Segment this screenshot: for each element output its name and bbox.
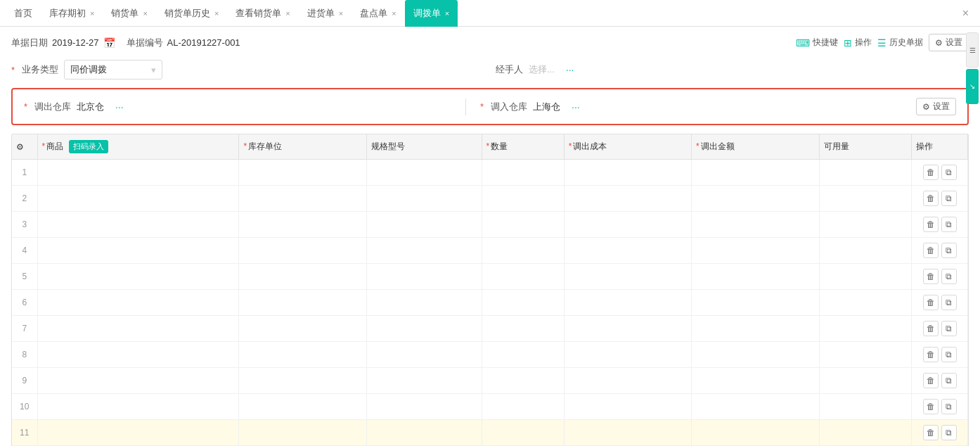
operations-action[interactable]: ⊞ 操作	[844, 37, 872, 49]
cell-amount[interactable]	[692, 368, 819, 394]
cell-cost[interactable]	[564, 186, 691, 212]
cell-spec[interactable]	[366, 290, 482, 316]
scan-btn[interactable]: 扫码录入	[69, 140, 108, 153]
cell-unit[interactable]	[239, 290, 366, 316]
tab-sales-history-close[interactable]: ×	[214, 9, 219, 18]
tab-transfer-order-close[interactable]: ×	[445, 9, 449, 18]
tab-sales-order[interactable]: 销货单 ×	[103, 0, 155, 27]
sidebar-list-btn[interactable]: ☰	[966, 32, 979, 68]
cell-spec[interactable]	[366, 342, 482, 368]
col-settings[interactable]: ⚙	[12, 134, 37, 160]
delete-row-btn[interactable]: 🗑	[923, 165, 939, 180]
cell-product[interactable]	[37, 186, 239, 212]
cell-unit[interactable]	[239, 394, 366, 420]
cell-unit[interactable]	[239, 264, 366, 290]
tab-sales-order-close[interactable]: ×	[143, 9, 147, 18]
delete-row-btn[interactable]: 🗑	[923, 373, 939, 388]
cell-quantity[interactable]	[482, 368, 564, 394]
tab-purchase-order[interactable]: 进货单 ×	[299, 0, 352, 27]
cell-amount[interactable]	[692, 342, 819, 368]
cell-product[interactable]	[37, 160, 239, 186]
delete-row-btn[interactable]: 🗑	[923, 295, 939, 310]
cell-spec[interactable]	[366, 238, 482, 264]
tab-bar-close-btn[interactable]: ×	[957, 7, 974, 20]
cell-product[interactable]	[37, 368, 239, 394]
warehouse-in-ellipsis[interactable]: ···	[572, 101, 580, 113]
cell-quantity[interactable]	[482, 290, 564, 316]
delete-row-btn[interactable]: 🗑	[923, 217, 939, 232]
cell-spec[interactable]	[366, 316, 482, 342]
cell-spec[interactable]	[366, 160, 482, 186]
cell-unit[interactable]	[239, 212, 366, 238]
copy-row-btn[interactable]: ⧉	[941, 191, 957, 206]
tab-purchase-order-close[interactable]: ×	[339, 9, 343, 18]
copy-row-btn[interactable]: ⧉	[941, 217, 957, 232]
cell-quantity[interactable]	[482, 186, 564, 212]
cell-quantity[interactable]	[482, 212, 564, 238]
cell-quantity-11[interactable]	[482, 420, 564, 446]
copy-row-btn[interactable]: ⧉	[941, 347, 957, 362]
tab-inventory-check-close[interactable]: ×	[392, 9, 396, 18]
cell-product[interactable]	[37, 342, 239, 368]
cell-spec-11[interactable]	[366, 420, 482, 446]
tab-inventory-init[interactable]: 库存期初 ×	[41, 0, 103, 27]
cell-quantity[interactable]	[482, 342, 564, 368]
cell-cost[interactable]	[564, 160, 691, 186]
warehouse-settings-button[interactable]: ⚙ 设置	[916, 98, 956, 115]
cell-cost-11[interactable]	[564, 420, 691, 446]
tab-inventory-check[interactable]: 盘点单 ×	[352, 0, 404, 27]
calendar-icon[interactable]: 📅	[103, 37, 115, 49]
cell-amount[interactable]	[692, 290, 819, 316]
cell-unit[interactable]	[239, 342, 366, 368]
history-action[interactable]: ☰ 历史单据	[877, 37, 923, 49]
delete-row-btn[interactable]: 🗑	[923, 321, 939, 336]
cell-spec[interactable]	[366, 394, 482, 420]
cell-quantity[interactable]	[482, 264, 564, 290]
cell-cost[interactable]	[564, 238, 691, 264]
copy-row-btn[interactable]: ⧉	[941, 243, 957, 258]
delete-row-btn[interactable]: 🗑	[923, 191, 939, 206]
copy-row-btn[interactable]: ⧉	[941, 269, 957, 284]
cell-spec[interactable]	[366, 368, 482, 394]
copy-row-btn[interactable]: ⧉	[941, 165, 957, 180]
delete-row-btn[interactable]: 🗑	[923, 347, 939, 362]
delete-row-btn[interactable]: 🗑	[923, 243, 939, 258]
cell-quantity[interactable]	[482, 316, 564, 342]
delete-row-btn[interactable]: 🗑	[923, 425, 939, 440]
cell-spec[interactable]	[366, 186, 482, 212]
cell-product[interactable]	[37, 264, 239, 290]
cell-amount[interactable]	[692, 316, 819, 342]
tab-transfer-order[interactable]: 调拨单 ×	[405, 0, 458, 27]
copy-row-btn[interactable]: ⧉	[941, 321, 957, 336]
tab-sales-history[interactable]: 销货单历史 ×	[156, 0, 227, 27]
cell-quantity[interactable]	[482, 160, 564, 186]
cell-amount[interactable]	[692, 264, 819, 290]
cell-cost[interactable]	[564, 342, 691, 368]
cell-cost[interactable]	[564, 264, 691, 290]
tab-home[interactable]: 首页	[6, 0, 41, 27]
copy-row-btn[interactable]: ⧉	[941, 373, 957, 388]
cell-amount[interactable]	[692, 186, 819, 212]
delete-row-btn[interactable]: 🗑	[923, 399, 939, 414]
handler-ellipsis-btn[interactable]: ···	[566, 64, 574, 75]
cell-amount[interactable]	[692, 394, 819, 420]
cell-product[interactable]	[37, 238, 239, 264]
copy-row-btn[interactable]: ⧉	[941, 425, 957, 440]
cell-amount[interactable]	[692, 160, 819, 186]
copy-row-btn[interactable]: ⧉	[941, 399, 957, 414]
settings-button[interactable]: ⚙ 设置	[929, 34, 969, 51]
cell-unit[interactable]	[239, 368, 366, 394]
cell-spec[interactable]	[366, 212, 482, 238]
shortcuts-action[interactable]: ⌨ 快捷键	[796, 37, 838, 49]
cell-product-11[interactable]	[37, 420, 239, 446]
cell-amount[interactable]	[692, 238, 819, 264]
sidebar-expand-btn[interactable]: ↗	[966, 69, 979, 104]
tab-inventory-init-close[interactable]: ×	[90, 9, 94, 18]
cell-spec[interactable]	[366, 264, 482, 290]
cell-cost[interactable]	[564, 394, 691, 420]
cell-amount[interactable]	[692, 212, 819, 238]
copy-row-btn[interactable]: ⧉	[941, 295, 957, 310]
warehouse-out-ellipsis[interactable]: ···	[115, 101, 124, 113]
biz-type-select[interactable]: 同价调拨 ▾	[64, 60, 162, 79]
cell-cost[interactable]	[564, 290, 691, 316]
